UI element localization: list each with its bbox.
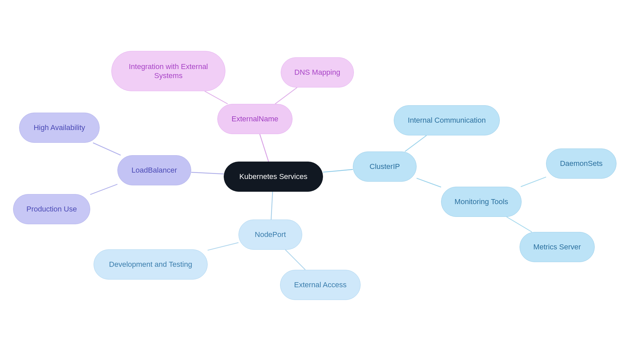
edge-loadbalancer-production: [90, 184, 117, 195]
node-daemonsets[interactable]: DaemonSets: [546, 148, 616, 179]
node-monitoring-tools[interactable]: Monitoring Tools: [441, 187, 522, 217]
node-nodeport[interactable]: NodePort: [238, 220, 302, 250]
node-development-testing[interactable]: Development and Testing: [94, 249, 208, 280]
edge-nodeport-dev_testing: [208, 243, 238, 250]
edge-clusterip-monitoring: [417, 178, 441, 187]
edge-monitoring-daemonsets: [521, 177, 546, 187]
node-clusterip[interactable]: ClusterIP: [353, 152, 417, 182]
node-production-use[interactable]: Production Use: [13, 194, 90, 224]
node-integration-external-systems[interactable]: Integration with External Systems: [111, 51, 225, 91]
edge-nodeport-external_access: [285, 250, 306, 270]
edge-root-nodeport: [271, 192, 272, 220]
edge-monitoring-metrics: [506, 217, 532, 232]
edge-externalname-integration: [205, 91, 228, 104]
node-external-access[interactable]: External Access: [280, 270, 361, 300]
edge-root-clusterip: [323, 170, 353, 172]
edge-root-loadbalancer: [191, 172, 224, 174]
edge-loadbalancer-high_avail: [93, 143, 120, 155]
edge-root-externalname: [260, 134, 268, 162]
node-internal-communication[interactable]: Internal Communication: [394, 105, 500, 135]
node-externalname[interactable]: ExternalName: [217, 104, 292, 134]
edge-clusterip-internal_comm: [405, 135, 426, 152]
node-metrics-server[interactable]: Metrics Server: [520, 232, 595, 262]
diagram-canvas: { "nodes": { "root": { "label": "Kuberne…: [0, 0, 644, 363]
node-root[interactable]: Kubernetes Services: [224, 162, 323, 192]
node-dns-mapping[interactable]: DNS Mapping: [281, 57, 354, 87]
node-loadbalancer[interactable]: LoadBalancer: [117, 155, 191, 185]
node-high-availability[interactable]: High Availability: [19, 113, 100, 143]
edge-externalname-dns: [275, 87, 297, 104]
